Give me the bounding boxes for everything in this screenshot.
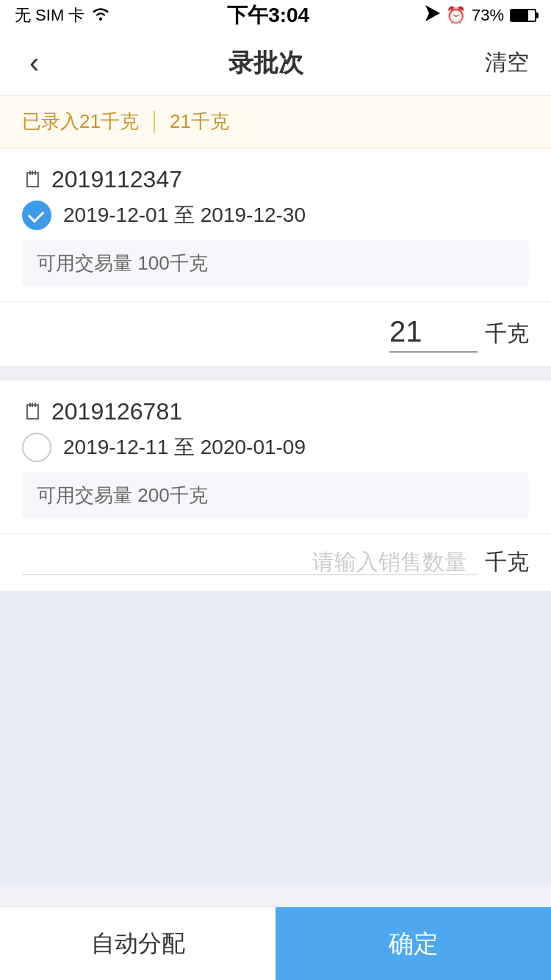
- summary-bar: 已录入21千克 21千克: [0, 96, 551, 148]
- lower-area: [0, 591, 551, 884]
- battery-icon: [510, 9, 536, 22]
- batch-2-radio[interactable]: [22, 433, 51, 462]
- batch-1-header: 🗒 2019112347: [22, 166, 529, 193]
- svg-marker-1: [425, 5, 440, 21]
- batch-1-radio[interactable]: [22, 201, 51, 230]
- batch-1-amount-underline: 21: [389, 315, 478, 353]
- status-right: ⏰ 73%: [425, 5, 536, 26]
- confirm-label: 确定: [389, 927, 439, 961]
- wifi-icon: [90, 5, 111, 26]
- entered-amount: 已录入21千克: [22, 109, 139, 134]
- location-icon: [425, 5, 440, 26]
- total-amount: 21千克: [170, 109, 229, 134]
- batch-2-date: 2019-12-11 至 2020-01-09: [63, 433, 306, 461]
- doc-icon-2: 🗒: [22, 400, 44, 425]
- batch-1-avail: 可用交易量 100千克: [22, 240, 529, 287]
- batch-2-header: 🗒 2019126781: [22, 398, 529, 425]
- bottom-bar: 自动分配 确定: [0, 907, 551, 980]
- nav-bar: ‹ 录批次 清空: [0, 31, 551, 96]
- auto-distribute-button[interactable]: 自动分配: [0, 907, 276, 980]
- status-bar: 无 SIM 卡 下午3:04 ⏰ 73%: [0, 0, 551, 31]
- status-left: 无 SIM 卡: [15, 4, 111, 26]
- batch-1-date-row[interactable]: 2019-12-01 至 2019-12-30: [22, 201, 529, 230]
- confirm-button[interactable]: 确定: [276, 907, 551, 980]
- qty-input[interactable]: [22, 550, 478, 574]
- status-time: 下午3:04: [227, 1, 309, 29]
- card-divider: [0, 366, 551, 381]
- back-button[interactable]: ‹: [22, 39, 46, 87]
- carrier-text: 无 SIM 卡: [15, 4, 84, 26]
- page-title: 录批次: [228, 46, 303, 80]
- doc-icon-1: 🗒: [22, 167, 44, 192]
- batch-card-1: 🗒 2019112347 2019-12-01 至 2019-12-30 可用交…: [0, 148, 551, 301]
- summary-divider: [154, 111, 155, 133]
- batch-1-id: 2019112347: [51, 166, 182, 193]
- batch-2-avail: 可用交易量 200千克: [22, 472, 529, 519]
- batch-2-input-row: 千克: [0, 533, 551, 591]
- svg-point-0: [99, 18, 102, 21]
- batch-card-2: 🗒 2019126781 2019-12-11 至 2020-01-09 可用交…: [0, 381, 551, 533]
- batch-2-unit: 千克: [485, 547, 529, 577]
- batch-1-amount-value: 21: [389, 315, 422, 347]
- content-area: 🗒 2019112347 2019-12-01 至 2019-12-30 可用交…: [0, 148, 551, 958]
- batch-1-unit: 千克: [485, 319, 529, 349]
- batch-2-date-row[interactable]: 2019-12-11 至 2020-01-09: [22, 433, 529, 462]
- batch-1-amount-row: 21 千克: [0, 301, 551, 366]
- clear-button[interactable]: 清空: [485, 48, 529, 78]
- batch-2-id: 2019126781: [51, 398, 182, 425]
- alarm-icon: ⏰: [446, 6, 466, 25]
- auto-distribute-label: 自动分配: [91, 928, 185, 960]
- batch-1-date: 2019-12-01 至 2019-12-30: [63, 201, 306, 229]
- qty-underline: [22, 550, 478, 575]
- battery-percentage: 73%: [472, 6, 504, 25]
